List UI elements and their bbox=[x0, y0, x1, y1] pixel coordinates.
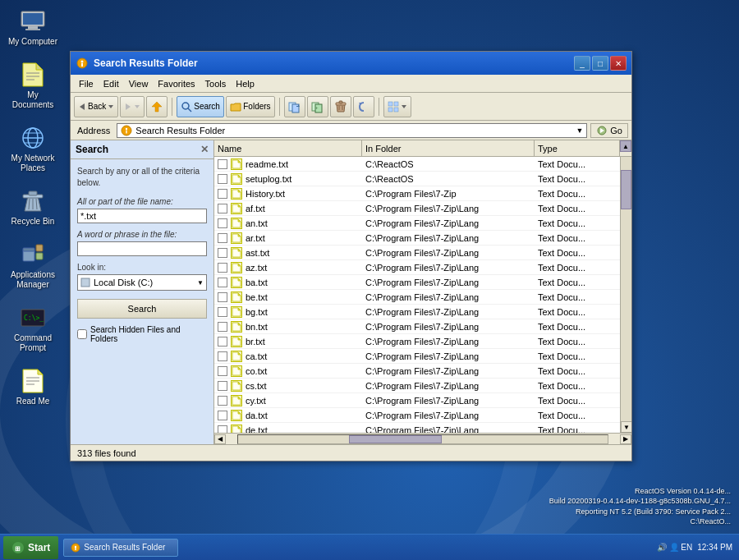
file-checkbox[interactable] bbox=[218, 307, 227, 317]
look-in-select[interactable]: Local Disk (C:) ▼ bbox=[77, 274, 207, 291]
start-button[interactable]: ⊞ Start bbox=[3, 536, 58, 559]
column-header-type[interactable]: Type bbox=[535, 140, 620, 156]
file-checkbox[interactable] bbox=[218, 292, 227, 302]
folders-button[interactable]: Folders bbox=[226, 96, 275, 117]
hscroll-right-button[interactable]: ▶ bbox=[620, 434, 631, 444]
phrase-input[interactable] bbox=[77, 241, 207, 256]
delete-button[interactable] bbox=[330, 96, 351, 117]
table-row[interactable]: setuplog.txt C:\ReactOS Text Docu... bbox=[214, 172, 620, 186]
svg-marker-67 bbox=[238, 190, 241, 192]
vscroll-up-button[interactable]: ▲ bbox=[620, 140, 631, 152]
filename-input[interactable] bbox=[77, 209, 207, 223]
file-name-cell: da.txt bbox=[214, 410, 362, 421]
file-checkbox[interactable] bbox=[218, 233, 227, 243]
desktop-icon-cmd[interactable]: C:\>_ Command Prompt bbox=[8, 305, 57, 353]
file-checkbox[interactable] bbox=[218, 425, 227, 434]
table-row[interactable]: an.txt C:\Program Files\7-Zip\Lang Text … bbox=[214, 216, 620, 231]
maximize-button[interactable]: □ bbox=[592, 56, 608, 71]
forward-button[interactable] bbox=[120, 96, 145, 117]
file-name-cell: an.txt bbox=[214, 218, 362, 229]
table-row[interactable]: cy.txt C:\Program Files\7-Zip\Lang Text … bbox=[214, 393, 620, 408]
file-checkbox[interactable] bbox=[218, 189, 227, 199]
desktop-icon-my-computer[interactable]: My Computer bbox=[8, 8, 57, 47]
file-icon bbox=[231, 321, 242, 333]
file-checkbox[interactable] bbox=[218, 366, 227, 376]
table-row[interactable]: br.txt C:\Program Files\7-Zip\Lang Text … bbox=[214, 334, 620, 349]
menu-favorites[interactable]: Favorites bbox=[153, 77, 200, 90]
menu-edit[interactable]: Edit bbox=[99, 77, 124, 90]
table-row[interactable]: History.txt C:\Program Files\7-Zip Text … bbox=[214, 186, 620, 201]
address-input[interactable]: Search Results Folder ▼ bbox=[117, 123, 587, 138]
go-button[interactable]: Go bbox=[590, 123, 628, 138]
file-folder-cell: C:\Program Files\7-Zip\Lang bbox=[362, 322, 535, 332]
readme-icon bbox=[20, 368, 46, 394]
minimize-button[interactable]: _ bbox=[574, 56, 590, 71]
file-checkbox[interactable] bbox=[218, 396, 227, 406]
undo-button[interactable] bbox=[353, 96, 374, 117]
vertical-scrollbar[interactable]: ▼ bbox=[620, 157, 631, 433]
table-row[interactable]: ast.txt C:\Program Files\7-Zip\Lang Text… bbox=[214, 246, 620, 260]
table-row[interactable]: ba.txt C:\Program Files\7-Zip\Lang Text … bbox=[214, 275, 620, 290]
table-row[interactable]: da.txt C:\Program Files\7-Zip\Lang Text … bbox=[214, 408, 620, 423]
table-row[interactable]: cs.txt C:\Program Files\7-Zip\Lang Text … bbox=[214, 379, 620, 393]
table-row[interactable]: ca.txt C:\Program Files\7-Zip\Lang Text … bbox=[214, 349, 620, 364]
file-checkbox[interactable] bbox=[218, 322, 227, 332]
table-row[interactable]: de.txt C:\Program Files\7-Zip\Lang Text … bbox=[214, 423, 620, 433]
search-button[interactable]: Search bbox=[177, 96, 224, 117]
close-button[interactable]: ✕ bbox=[610, 56, 627, 71]
table-row[interactable]: bg.txt C:\Program Files\7-Zip\Lang Text … bbox=[214, 305, 620, 319]
svg-marker-93 bbox=[238, 382, 241, 384]
menu-help[interactable]: Help bbox=[231, 77, 259, 90]
views-button[interactable] bbox=[383, 96, 411, 117]
file-checkbox[interactable] bbox=[218, 263, 227, 273]
table-row[interactable]: bn.txt C:\Program Files\7-Zip\Lang Text … bbox=[214, 319, 620, 334]
file-checkbox[interactable] bbox=[218, 248, 227, 258]
hscroll-left-button[interactable]: ◀ bbox=[214, 434, 226, 444]
desktop-icon-apps[interactable]: Applications Manager bbox=[8, 241, 57, 290]
file-checkbox[interactable] bbox=[218, 381, 227, 391]
column-header-name[interactable]: Name bbox=[214, 140, 362, 156]
table-row[interactable]: az.txt C:\Program Files\7-Zip\Lang Text … bbox=[214, 260, 620, 275]
file-checkbox[interactable] bbox=[218, 218, 227, 228]
hscroll-track bbox=[237, 434, 608, 444]
file-checkbox[interactable] bbox=[218, 159, 227, 169]
file-checkbox[interactable] bbox=[218, 174, 227, 184]
file-checkbox[interactable] bbox=[218, 278, 227, 287]
hscroll-thumb[interactable] bbox=[349, 435, 442, 443]
search-description: Search by any or all of the criteria bel… bbox=[77, 166, 207, 189]
svg-rect-20 bbox=[23, 248, 34, 251]
file-checkbox[interactable] bbox=[218, 337, 227, 347]
table-row[interactable]: readme.txt C:\ReactOS Text Docu... bbox=[214, 157, 620, 172]
address-bar: Address Search Results Folder ▼ Go bbox=[71, 121, 631, 140]
file-folder-cell: C:\Program Files\7-Zip\Lang bbox=[362, 425, 535, 434]
table-row[interactable]: ar.txt C:\Program Files\7-Zip\Lang Text … bbox=[214, 231, 620, 246]
desktop-icon-readme[interactable]: Read Me bbox=[8, 368, 57, 406]
table-row[interactable]: co.txt C:\Program Files\7-Zip\Lang Text … bbox=[214, 364, 620, 379]
svg-marker-77 bbox=[238, 264, 241, 266]
svg-rect-22 bbox=[36, 245, 43, 251]
desktop-icon-network[interactable]: My Network Places bbox=[8, 125, 57, 173]
search-panel-close-button[interactable]: ✕ bbox=[200, 144, 209, 155]
hidden-files-option[interactable]: Search Hidden Files and Folders bbox=[77, 325, 207, 343]
vscroll-thumb[interactable] bbox=[621, 170, 631, 209]
menu-tools[interactable]: Tools bbox=[200, 77, 232, 90]
desktop-icon-my-documents[interactable]: My Documents bbox=[8, 62, 57, 110]
table-row[interactable]: be.txt C:\Program Files\7-Zip\Lang Text … bbox=[214, 290, 620, 305]
file-checkbox[interactable] bbox=[218, 351, 227, 361]
file-checkbox[interactable] bbox=[218, 204, 227, 213]
copy-to-button[interactable]: + bbox=[307, 96, 328, 117]
vscroll-down-button[interactable]: ▼ bbox=[621, 421, 631, 433]
move-to-button[interactable] bbox=[284, 96, 305, 117]
search-execute-button[interactable]: Search bbox=[77, 299, 207, 319]
desktop-icon-recycle[interactable]: Recycle Bin bbox=[8, 188, 57, 227]
hidden-files-checkbox[interactable] bbox=[77, 329, 87, 339]
table-row[interactable]: af.txt C:\Program Files\7-Zip\Lang Text … bbox=[214, 201, 620, 216]
column-header-folder[interactable]: In Folder bbox=[362, 140, 535, 156]
file-checkbox[interactable] bbox=[218, 411, 227, 420]
back-button[interactable]: Back bbox=[74, 96, 118, 117]
up-button[interactable] bbox=[146, 96, 168, 117]
menu-file[interactable]: File bbox=[74, 77, 99, 90]
taskbar-window-item[interactable]: Search Results Folder bbox=[63, 539, 178, 557]
svg-rect-51 bbox=[388, 102, 392, 106]
menu-view[interactable]: View bbox=[124, 77, 154, 90]
